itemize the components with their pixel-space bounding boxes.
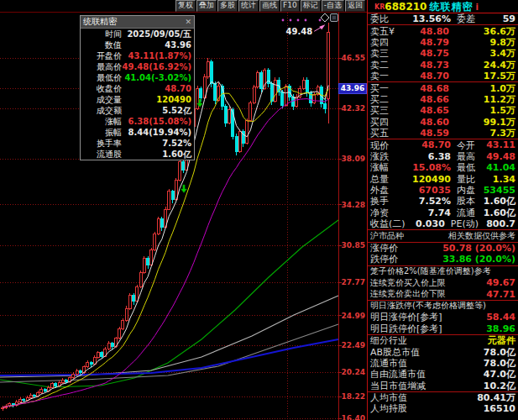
bid-label: 买一 xyxy=(370,82,400,93)
tomorrow-title: 明日涨跌停(不考虑价格调整等) xyxy=(370,301,486,312)
candle-up xyxy=(122,320,124,328)
bid-label: 买二 xyxy=(370,94,400,105)
candle-down xyxy=(147,258,149,265)
candle-up xyxy=(228,110,231,123)
axis-label: 38.09 xyxy=(342,155,365,163)
info-row-label: 数值 xyxy=(83,39,122,51)
axis-label: 18.22 xyxy=(342,392,365,401)
bid-row[interactable]: 买五48.597.3万 xyxy=(368,128,518,139)
candle-up xyxy=(246,121,249,144)
cage-title-row: 笼子价格2%(随基准价调整)参考 xyxy=(368,266,518,277)
magenta-dot-marker-icon xyxy=(282,19,285,22)
candle-up xyxy=(107,343,110,349)
info-row: 最高价49.48(16.92%) xyxy=(81,61,194,72)
close-icon[interactable]: ✕ xyxy=(185,18,191,26)
quote-row: 总量120490量比1.34 xyxy=(368,173,518,184)
quote-label: 今开 xyxy=(451,139,479,150)
industry-label: 流通市值 xyxy=(370,358,484,369)
candle-down xyxy=(44,389,46,391)
ask-row[interactable]: 卖三48.753.4万 xyxy=(368,48,518,59)
quote-label: 涨幅 xyxy=(370,162,409,173)
candle-down xyxy=(111,343,113,346)
info-tooltip-titlebar[interactable]: 统联精密 ✕ xyxy=(81,16,194,29)
candle-up xyxy=(143,258,145,272)
toolbar-button-mark[interactable]: 标记 xyxy=(301,0,321,12)
bid-label: 买三 xyxy=(370,105,400,116)
weibi-label: 委比 xyxy=(370,13,409,24)
candle-up xyxy=(40,389,43,392)
candle-up xyxy=(72,374,75,377)
tomorrow-value: 58.44 xyxy=(486,312,515,323)
candle-down xyxy=(306,80,308,93)
candle-down xyxy=(324,104,327,108)
annotation-arrowhead xyxy=(319,24,325,29)
bid-row[interactable]: 买二48.6611.2万 xyxy=(368,94,518,105)
ma-long-gray xyxy=(0,296,338,377)
info-row-value: 43.11(1.87%) xyxy=(122,51,191,60)
info-row: 流通股1.60亿 xyxy=(81,149,194,160)
axis-label: 24.99 xyxy=(342,312,365,320)
info-row-value: 120490 xyxy=(122,95,191,104)
crosshair-price-tag: 43.96 xyxy=(338,83,367,94)
ask-volume: 36.6万 xyxy=(449,25,515,36)
candle-down xyxy=(281,92,284,106)
quote-value: 53455 xyxy=(479,185,515,196)
ask-row[interactable]: 卖五¥48.8036.6万 xyxy=(368,25,518,36)
bid-row[interactable]: 买一48.681.0万 xyxy=(368,82,518,93)
ask-row[interactable]: 卖四48.799.8万 xyxy=(368,37,518,48)
ask-price: 48.73 xyxy=(400,60,449,71)
candle-up xyxy=(154,234,156,249)
toolbar-button-stats[interactable]: 统计 xyxy=(238,0,259,12)
toolbar-button-overlay[interactable]: 叠加 xyxy=(196,0,217,12)
axis-label: 16.40 xyxy=(342,414,365,420)
axis-label: 42.32 xyxy=(342,104,365,113)
toolbar-button-multi-stock[interactable]: 多股 xyxy=(217,0,238,12)
quote-value: 7.52% xyxy=(409,196,451,207)
bid-row[interactable]: 买三48.651.5万 xyxy=(368,105,518,116)
quote-value: 0.030 xyxy=(406,218,445,229)
ask-label: 卖三 xyxy=(370,48,400,59)
quote-value: 48.70 xyxy=(409,139,451,150)
capita-row: 人均持股16510 xyxy=(368,403,518,414)
quote-label: 总量 xyxy=(370,173,409,184)
candle-down xyxy=(65,380,67,381)
quote-label: 涨跌 xyxy=(370,151,409,162)
disclaimer-text: 相关数据仅供参考 xyxy=(448,230,515,241)
candle-down xyxy=(260,73,263,88)
candle-up xyxy=(302,80,305,88)
bid-row[interactable]: 买四48.6099.1万 xyxy=(368,117,518,128)
info-row-label: 开盘价 xyxy=(83,50,122,62)
candle-up xyxy=(238,132,241,152)
quote-value: 67035 xyxy=(409,185,451,196)
ask-row[interactable]: 卖二48.7324.4万 xyxy=(368,60,518,71)
bid-price: 48.68 xyxy=(400,83,449,94)
candle-down xyxy=(23,399,25,400)
info-row: 成交量120490 xyxy=(81,94,194,105)
info-row-value: 5.52亿 xyxy=(122,105,191,117)
ask-row[interactable]: 卖一48.7017.5万 xyxy=(368,71,518,81)
bid-volume: 1.0万 xyxy=(449,82,515,93)
bid-price: 48.66 xyxy=(400,94,449,105)
industry-row: 当日市值增减10.2亿 xyxy=(368,381,518,391)
info-mine-icon[interactable]: i xyxy=(475,3,478,12)
toolbar-button-watchlist[interactable]: -自选 xyxy=(322,0,344,12)
quote-row: 收益(二)0.030PE(动)800.7 xyxy=(368,218,518,229)
quote-label: 最低 xyxy=(451,162,479,173)
info-row: 开盘价43.11(1.87%) xyxy=(81,50,194,61)
toolbar-button-fuquan[interactable]: 复权 xyxy=(175,0,196,12)
toolbar-button-draw-line[interactable]: 画线 xyxy=(259,0,280,12)
ask-volume: 9.8万 xyxy=(449,37,515,48)
candle-down xyxy=(133,295,135,301)
tomorrow-title-row: 明日涨跌停(不考虑价格调整等) xyxy=(368,301,518,312)
candle-down xyxy=(235,136,238,151)
cage-row: 连续竞价买入价上限49.67 xyxy=(368,277,518,288)
axis-label: 46.55 xyxy=(342,54,365,62)
tomorrow-label: 明日跌停价[参考] xyxy=(370,323,486,334)
toolbar-button-back[interactable]: 返回 xyxy=(345,0,365,12)
toolbar-button-f10[interactable]: F10 xyxy=(280,0,300,12)
stock-name: 统联精密 xyxy=(429,0,473,14)
quote-label: 最高 xyxy=(451,151,479,162)
candle-up xyxy=(203,76,206,98)
candle-up xyxy=(76,370,78,374)
candle-up xyxy=(207,62,209,76)
